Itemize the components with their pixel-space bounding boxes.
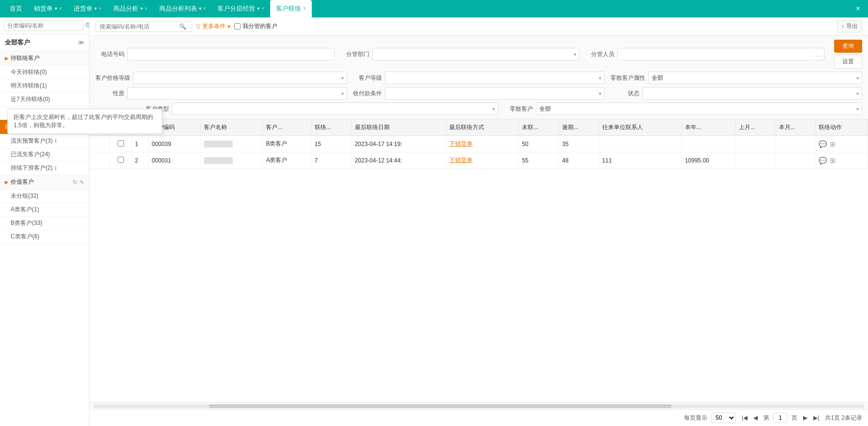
h-scroll-track — [93, 404, 864, 408]
sidebar-item-class-a[interactable]: A类客户(1) — [0, 203, 89, 217]
sidebar-collapse-btn[interactable]: ≫ — [78, 39, 84, 46]
filter-search-input[interactable] — [100, 23, 177, 30]
filter-label-scatter-cust: 零散客户 — [504, 105, 533, 113]
sidebar-all-customers[interactable]: 全部客户 ≫ — [0, 34, 89, 51]
my-customers-check[interactable]: 我分管的客户 — [234, 22, 277, 30]
sidebar-item-lost[interactable]: 已流失客户(24) — [0, 148, 89, 162]
sidebar-search-icon[interactable]: 🔍 — [85, 22, 90, 29]
total-info: 共1页 2条记录 — [825, 414, 862, 422]
query-btn[interactable]: 查询 — [834, 40, 862, 53]
page-first-btn[interactable]: |◀ — [740, 413, 749, 422]
filter-select-payment[interactable]: ▾ — [385, 87, 605, 100]
filter-select-dept[interactable]: ▾ — [372, 48, 579, 60]
sidebar-item-7days[interactable]: 近7天待联络(0) — [0, 93, 89, 106]
per-page-label: 每页显示 — [684, 414, 707, 422]
tooltip-box: 距客户上次交易时长，超过了此客户的平均交易周期的1.5倍，则视为异常。 — [7, 109, 162, 134]
row2-last-method: 下销货单 — [446, 152, 519, 169]
person-more-btn[interactable]: … — [815, 51, 821, 58]
tab-product-analysis[interactable]: 商品分析 ▾ × — [107, 0, 153, 17]
row2-more-icon[interactable]: ⊞ — [830, 157, 836, 164]
filter-label-person: 分管人员 — [585, 50, 614, 59]
tab-home[interactable]: 首页 — [4, 0, 28, 17]
row1-last-month — [735, 136, 776, 152]
row2-overdue: 48 — [559, 152, 599, 169]
value-group-refresh-icon[interactable]: ↻ — [73, 179, 77, 186]
window-close-icon[interactable]: × — [852, 4, 864, 13]
export-btn[interactable]: ↑ 导出 — [837, 20, 862, 32]
tab-product-analysis-close[interactable]: × — [145, 6, 148, 11]
filter-input-phone[interactable] — [127, 48, 335, 60]
row1-method-link[interactable]: 下销货单 — [449, 140, 472, 147]
more-conditions-btn[interactable]: ▽ 更多条件 ▾ — [196, 22, 230, 30]
filter-search-icon[interactable]: 🔍 — [179, 23, 186, 30]
row1-more-icon[interactable]: ⊞ — [830, 140, 836, 148]
filter-cell-payment: 收付款条件 ▾ — [353, 87, 605, 100]
filter-select-scatter-cust[interactable]: 全部 ▾ — [536, 103, 862, 115]
sidebar-item-declining[interactable]: 持续下滑客户(2) ℹ — [0, 162, 89, 175]
row1-this-year — [682, 136, 735, 152]
filter-select-price-level[interactable]: ▾ — [133, 72, 347, 84]
filter-select-cust-type[interactable]: ▾ — [172, 103, 498, 115]
tab-sales[interactable]: 销货单 ▾ × — [28, 0, 68, 17]
h-scroll-thumb[interactable] — [209, 404, 671, 408]
sidebar-group-value-title[interactable]: ▶ 价值客户 ↻ ✎ — [0, 175, 89, 190]
tab-product-analysis-list[interactable]: 商品分析列表 ▾ × — [153, 0, 212, 17]
row1-message-icon[interactable]: 💬 — [819, 140, 827, 148]
filter-row-1: 电话号码 分管部门 ▾ 分管人员 … — [95, 40, 862, 69]
th-unpaid: 未联... — [519, 119, 559, 136]
page-label: 第 — [761, 413, 771, 423]
sidebar: 🔍 全部客户 ≫ ▶ 待联络客户 今天待联络(0) 明天待联络(1) 近7天待联… — [0, 17, 90, 426]
value-group-edit-icon[interactable]: ✎ — [79, 179, 84, 186]
sidebar-search-input[interactable] — [4, 20, 83, 31]
tab-product-list-close[interactable]: × — [203, 6, 206, 11]
filter-row-4: … 客户类型 ▾ 零散客户 全部 ▾ — [95, 103, 862, 115]
filter-select-scatter-attr[interactable]: 全部 ▾ — [648, 72, 862, 84]
row1-action: 💬 ⊞ — [816, 136, 868, 152]
filter-cell-status: 状态 ▾ — [610, 87, 862, 100]
page-prev-btn[interactable]: ◀ — [751, 413, 760, 422]
sidebar-item-class-c[interactable]: C类客户(6) — [0, 230, 89, 244]
page-last-btn[interactable]: ▶| — [811, 413, 821, 422]
filter-select-person[interactable]: … — [617, 48, 824, 60]
tab-sales-arrow: ▾ — [55, 6, 57, 11]
content-area: 🔍 ▽ 更多条件 ▾ 我分管的客户 ↑ 导出 电话号码 — [90, 17, 868, 426]
per-page-select[interactable]: 50 100 200 — [711, 412, 736, 423]
filter-select-nature[interactable]: ▾ — [127, 87, 347, 100]
sidebar-group-value: ▶ 价值客户 ↻ ✎ 未分组(32) A类客户(1) B类客户(33) C类客户… — [0, 175, 89, 244]
row2-this-month — [776, 152, 816, 169]
set-btn[interactable]: 设置 — [834, 55, 862, 69]
sidebar-item-tomorrow[interactable]: 明天待联络(1) — [0, 79, 89, 93]
sidebar-item-loss-warning[interactable]: 流失预警客户(3) ℹ — [0, 134, 89, 148]
sidebar-item-class-b[interactable]: B类客户(33) — [0, 217, 89, 230]
my-customers-checkbox[interactable] — [234, 23, 241, 29]
tab-customer-layered[interactable]: 客户分层经营 ▾ × — [212, 0, 270, 17]
row2-select-checkbox[interactable] — [118, 157, 124, 163]
tab-purchase[interactable]: 进货单 ▾ × — [68, 0, 107, 17]
info-icon-loss: ℹ — [55, 138, 57, 144]
row2-this-year: 10995.00 — [682, 152, 735, 169]
row1-select-checkbox[interactable] — [118, 140, 124, 147]
sidebar-group-pending-title[interactable]: ▶ 待联络客户 — [0, 51, 89, 66]
row2-name — [200, 152, 263, 169]
tab-purchase-close[interactable]: × — [99, 6, 102, 11]
tab-customer-contact[interactable]: 客户联络 × — [270, 0, 312, 17]
filter-label-scatter-attr: 零散客户属性 — [610, 74, 645, 82]
value-arrow-icon: ▶ — [5, 179, 9, 185]
th-this-month: 本月... — [776, 119, 816, 136]
filter-select-status[interactable]: ▾ — [642, 87, 862, 100]
row2-message-icon[interactable]: 💬 — [819, 157, 827, 164]
tab-sales-close[interactable]: × — [59, 6, 62, 11]
row2-method-link[interactable]: 下销货单 — [449, 157, 472, 163]
page-input[interactable] — [773, 413, 788, 423]
filter-cell-nature: 性质 ▾ — [95, 87, 347, 100]
row1-last-method: 下销货单 — [446, 136, 519, 152]
row2-last-date: 2023-04-12 14:44: — [351, 152, 446, 169]
filter-cell-price-level: 客户价格等级 ▾ — [95, 72, 347, 84]
tab-customer-contact-close[interactable]: × — [303, 6, 306, 11]
filter-label-dept: 分管部门 — [340, 50, 369, 59]
sidebar-item-today[interactable]: 今天待联络(0) — [0, 66, 89, 79]
tab-customer-layered-close[interactable]: × — [261, 6, 264, 11]
filter-select-cust-level[interactable]: ▾ — [385, 72, 605, 84]
page-next-btn[interactable]: ▶ — [801, 413, 809, 422]
sidebar-item-ungroup[interactable]: 未分组(32) — [0, 190, 89, 203]
